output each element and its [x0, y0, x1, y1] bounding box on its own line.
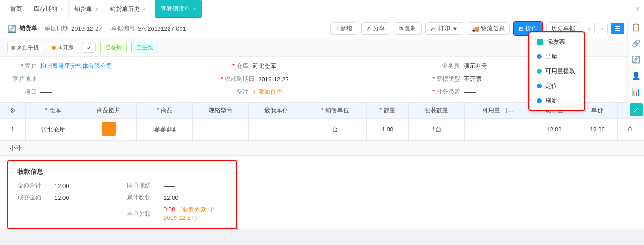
- product-thumbnail: [102, 122, 116, 136]
- panel-refresh-icon[interactable]: 🔄: [632, 55, 641, 64]
- payment-balance-value: 0.00 （收款到期日: 2019-12-27）: [164, 205, 227, 222]
- available-qty-icon: [537, 69, 542, 74]
- project-value: ——: [40, 89, 52, 96]
- warehouse-row: 仓库 河北仓库: [221, 62, 424, 70]
- cell-amount: 0.: [618, 119, 644, 141]
- due-date-row: 收款到期日 2019-12-27: [221, 75, 424, 83]
- dropdown-locate[interactable]: 定位: [530, 79, 584, 93]
- tab-sales-history[interactable]: 销货单历史 ×: [104, 0, 151, 18]
- payment-title: 收款信息: [17, 168, 227, 176]
- doc-title-text: 销货单: [19, 24, 37, 33]
- cell-spec: [192, 119, 248, 141]
- settings-icon[interactable]: ⚙: [10, 107, 16, 114]
- check-icon: ✔: [87, 45, 91, 51]
- payment-balance-spacer: [17, 205, 118, 222]
- locate-icon: [537, 84, 542, 88]
- doc-header-right: + 新增 ↗ 分享 ⧉ 复制 🖨 打印 ▼ 🚚 物流信息: [330, 22, 637, 35]
- print-dropdown-arrow: ▼: [452, 25, 458, 32]
- not-opened-label: 未开票: [57, 44, 74, 51]
- tab-sales-close[interactable]: ×: [95, 6, 98, 12]
- panel-expand-icon[interactable]: ⤢: [630, 103, 643, 116]
- dropdown-add-invoice[interactable]: 添发票: [530, 34, 584, 49]
- share-icon: ↗: [366, 25, 371, 32]
- panel-copy-icon[interactable]: 📋: [632, 23, 641, 32]
- add-note-button[interactable]: ⊕ 添加备注: [252, 88, 282, 96]
- payment-accumulated-row: 累计收款 12.00: [127, 194, 227, 202]
- nav-arrows: ‹ ›: [584, 23, 608, 34]
- payment-accumulated-label: 累计收款: [127, 194, 159, 202]
- new-button[interactable]: + 新增: [330, 22, 357, 35]
- print-label: 打印: [438, 24, 450, 33]
- prev-button[interactable]: ‹: [584, 23, 595, 34]
- copy-label: 复制: [405, 24, 417, 33]
- copy-icon: ⧉: [399, 25, 403, 32]
- payment-transaction-label: 成交金额: [17, 194, 50, 202]
- customer-value[interactable]: 柳州粤港平安气体有限公司: [40, 62, 112, 70]
- doc-number-label: 单据编号: [111, 24, 135, 33]
- doc-meta: 单据日期 2019-12-27 单据编号 SA-20191227-001: [45, 24, 186, 33]
- tab-inventory[interactable]: 库存期初 ×: [28, 0, 69, 18]
- project-label: 项目: [9, 88, 37, 96]
- from-mobile-label: 来自手机: [17, 44, 39, 51]
- cell-warehouse: 河北仓库: [25, 119, 81, 141]
- dropdown-available-qty[interactable]: 可用量提取: [530, 64, 584, 79]
- refresh-label: 刷新: [545, 97, 557, 105]
- tab-sales-history-close[interactable]: ×: [142, 6, 145, 12]
- grid-icon: ⊞: [519, 25, 524, 32]
- payment-balance-amount: 0.00: [164, 206, 175, 213]
- share-label: 分享: [373, 24, 385, 33]
- next-button[interactable]: ›: [597, 23, 608, 34]
- col-spec: 规格型号: [192, 103, 248, 119]
- payment-settlement-row: 同单现结 ——: [127, 182, 227, 190]
- payment-total-label: 金额合计: [17, 182, 50, 190]
- panel-link-icon[interactable]: 🔗: [632, 39, 641, 48]
- window-close-button[interactable]: ×: [635, 5, 639, 13]
- cell-min-stock: [248, 119, 304, 141]
- outbound-label: 出库: [545, 52, 557, 61]
- col-pack-qty: 包装数量: [409, 103, 464, 119]
- doc-header-left: 🔄 销货单 单据日期 2019-12-27 单据编号 SA-20191227-0…: [7, 24, 186, 33]
- status-effective-button[interactable]: 已生效: [131, 42, 158, 53]
- subtotal-label: 小计: [0, 141, 644, 156]
- logistics-button[interactable]: 🚚 物流信息: [467, 22, 510, 35]
- payment-due-close-paren: ）: [194, 214, 200, 221]
- cell-row-num: 1: [0, 119, 26, 141]
- subtotal-row: 小计: [0, 141, 644, 156]
- tab-inventory-label: 库存期初: [34, 5, 57, 13]
- staff-value: 演示账号: [463, 62, 487, 70]
- payment-due-note: （收款到期日:: [177, 206, 215, 213]
- payment-grid: 金额合计 12.00 同单现结 —— 成交金额 12.00 累计收款 12.00: [17, 182, 227, 222]
- tab-home-label: 首页: [10, 5, 22, 13]
- tab-sales[interactable]: 销货单 ×: [69, 0, 104, 18]
- payment-transaction-value: 12.00: [54, 194, 69, 201]
- tab-inventory-close[interactable]: ×: [60, 6, 63, 12]
- tab-view-sales-close[interactable]: ×: [193, 6, 196, 11]
- refresh-icon: [537, 98, 542, 103]
- dropdown-refresh[interactable]: 刷新: [530, 93, 584, 108]
- dropdown-outbound[interactable]: 出库: [530, 49, 584, 64]
- payment-settlement-value: ——: [164, 182, 175, 189]
- col-warehouse: * 仓库: [25, 103, 81, 119]
- tab-sales-history-label: 销货单历史: [110, 5, 140, 13]
- add-invoice-icon: [537, 39, 543, 45]
- copy-button[interactable]: ⧉ 复制: [394, 22, 422, 35]
- col-settings: ⚙: [0, 103, 26, 119]
- right-panel: 📋 🔗 🔄 👤 📊 ⤢: [627, 18, 644, 116]
- tab-view-sales[interactable]: 查看销货单 ×: [155, 0, 202, 18]
- panel-user-icon[interactable]: 👤: [632, 71, 641, 80]
- status-sold-button[interactable]: 已核销: [100, 42, 127, 53]
- print-icon: 🖨: [430, 25, 436, 32]
- cell-unit-price: 12.00: [577, 119, 618, 141]
- warehouse-label: 仓库: [221, 62, 249, 70]
- tab-home[interactable]: 首页: [5, 0, 28, 18]
- ticket-type-value: 不开票: [464, 75, 482, 83]
- panel-chart-icon[interactable]: 📊: [632, 87, 641, 96]
- check-button[interactable]: ✔: [83, 43, 96, 53]
- staff2-label: 业务员孟: [432, 88, 460, 96]
- print-button[interactable]: 🖨 打印 ▼: [425, 22, 463, 35]
- share-button[interactable]: ↗ 分享: [361, 22, 390, 35]
- from-mobile-button[interactable]: 来自手机: [7, 42, 43, 53]
- not-opened-button[interactable]: 未开票: [48, 42, 78, 53]
- operation-dropdown: 添发票 出库 可用量提取 定位 刷新: [529, 32, 584, 110]
- list-view-button[interactable]: ☰: [611, 23, 624, 34]
